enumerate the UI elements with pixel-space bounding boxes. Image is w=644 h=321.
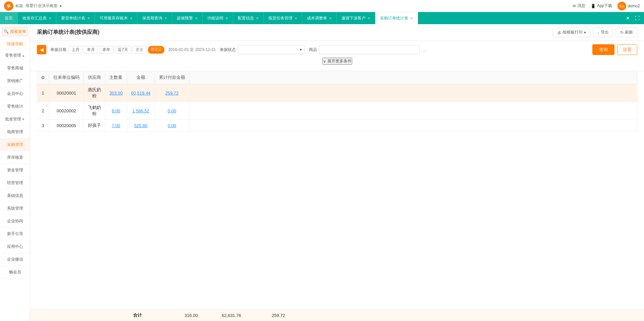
app-download-button[interactable]: 📱 App下载: [591, 3, 612, 9]
sidebar-item-batch[interactable]: 批发管理 ▼: [0, 113, 30, 126]
search-icon: 🔍: [4, 29, 9, 34]
sidebar-item-basic[interactable]: 基础信息: [0, 190, 30, 202]
user-profile[interactable]: Ea demo2: [618, 2, 640, 10]
row-quantity[interactable]: 7.00: [105, 120, 127, 131]
tab-purchase-summary[interactable]: 要货单统计表 ✕: [56, 12, 95, 24]
sidebar-item-marketing[interactable]: 营销推广: [0, 75, 30, 88]
row-amount[interactable]: 1,586.52: [127, 102, 155, 120]
date-last-month[interactable]: 上月: [68, 46, 83, 54]
paid-link[interactable]: 259.72: [165, 91, 179, 96]
filter-goods-item: 商品 ...: [309, 45, 427, 54]
tab-cost-adjust[interactable]: 成本调整单 ✕: [302, 12, 337, 24]
top-bar: 畅 标题 母婴行业演示账套 ▾ ✉ 消息 📱 App下载 Ea demo2: [0, 0, 644, 12]
sidebar-item-member-label: 会员中心: [7, 91, 23, 97]
goods-filter-more-icon[interactable]: ...: [422, 46, 427, 53]
goods-filter-input[interactable]: [319, 45, 420, 54]
footer-paid: 259.72: [252, 313, 305, 318]
paid-link[interactable]: 0.00: [168, 123, 176, 128]
expand-more-label: 展开更多条件: [327, 58, 352, 64]
row-code: 00020005: [49, 120, 84, 131]
date-more[interactable]: 更多: [132, 46, 147, 54]
date-7days[interactable]: 近7天: [115, 46, 131, 54]
sidebar-item-appstore[interactable]: 应用中心: [0, 240, 30, 253]
sidebar-item-operation[interactable]: 经营管理: [0, 177, 30, 190]
sidebar-item-purchase[interactable]: 采购管理: [0, 139, 30, 151]
quick-nav-button[interactable]: 快捷导航: [0, 39, 30, 49]
chevron-down-icon-batch: ▼: [22, 117, 25, 121]
search-menu-button[interactable]: 🔍 搜索菜单: [2, 27, 28, 36]
tab-picking-task[interactable]: 拣货任务管理 ✕: [264, 12, 302, 24]
quick-nav-label: 快捷导航: [7, 41, 23, 47]
tab-overstock[interactable]: 超储预警 ✕: [172, 12, 203, 24]
workspace-selector[interactable]: 母婴行业演示账套 ▾: [25, 3, 62, 9]
tab-overstock-close[interactable]: ✕: [195, 16, 198, 20]
date-this-year[interactable]: 本年: [99, 46, 113, 54]
row-quantity[interactable]: 303.00: [105, 84, 127, 102]
collapse-filter-button[interactable]: ◀: [37, 45, 46, 54]
tab-config-info[interactable]: 配置信息 ✕: [233, 12, 264, 24]
tab-cost-adjust-close[interactable]: ✕: [329, 16, 332, 20]
status-filter-select[interactable]: ▾: [238, 45, 305, 54]
expand-more-button[interactable]: ∨ 展开更多条件: [322, 58, 352, 65]
tab-picking-task-label: 拣货任务管理: [268, 15, 292, 21]
row-paid[interactable]: 259.72: [155, 84, 189, 102]
tab-available-stock[interactable]: 可用量库存账本 ✕: [95, 12, 138, 24]
row-amount[interactable]: 525.80: [127, 120, 155, 131]
amount-link[interactable]: 1,586.52: [132, 108, 149, 113]
export-button[interactable]: ↓ 导出: [593, 28, 613, 37]
date-this-month[interactable]: 本月: [84, 46, 98, 54]
sidebar-item-member[interactable]: 会员中心: [0, 88, 30, 100]
sidebar-item-enterprise[interactable]: 企业协同: [0, 215, 30, 228]
sidebar-item-system[interactable]: 系统管理: [0, 202, 30, 215]
user-avatar: Ea: [618, 2, 626, 10]
row-paid[interactable]: 0.00: [155, 102, 189, 120]
sidebar-item-retail[interactable]: 零售管理 ▲: [0, 49, 30, 62]
tab-config-info-close[interactable]: ✕: [256, 16, 259, 20]
tab-picking-task-close[interactable]: ✕: [294, 16, 297, 20]
tab-purchase-summary-close[interactable]: ✕: [87, 16, 90, 20]
amount-link[interactable]: 525.80: [134, 123, 148, 128]
row-amount[interactable]: 60,519.44: [127, 84, 155, 102]
sidebar-item-finance[interactable]: 资金管理: [0, 164, 30, 177]
tab-receive-summary-label: 收发存汇总表: [22, 15, 47, 21]
tab-function-desc[interactable]: 功能说明 ✕: [203, 12, 233, 24]
sidebar-item-retail-mall[interactable]: 零售商城: [0, 62, 30, 75]
maximize-button[interactable]: ⛶: [633, 14, 641, 22]
close-all-tabs-button[interactable]: ✕: [624, 14, 632, 22]
tab-invite-customer[interactable]: 邀请下游客户 ✕: [337, 12, 375, 24]
tab-expiry-query-close[interactable]: ✕: [164, 16, 167, 20]
query-button[interactable]: 查询: [592, 44, 614, 55]
filter-settings-button[interactable]: 设置: [617, 44, 637, 55]
sidebar-item-marketing-label: 营销推广: [7, 78, 23, 84]
sidebar-item-wechat[interactable]: 企业微信: [0, 253, 30, 266]
tab-receive-summary-close[interactable]: ✕: [49, 16, 51, 20]
quantity-link[interactable]: 7.00: [112, 123, 120, 128]
tab-purchase-order-summary[interactable]: 采购订单统计表 ✕: [375, 12, 418, 24]
sidebar-item-vip[interactable]: 畅会员: [0, 266, 30, 279]
th-settings[interactable]: ⚙: [37, 71, 49, 84]
sidebar-item-wechat-label: 企业微信: [7, 257, 23, 262]
sidebar-item-stock[interactable]: 库存核算: [0, 151, 30, 164]
refresh-button[interactable]: ↻ 刷新: [616, 28, 637, 37]
row-no: 2: [37, 102, 49, 120]
tab-available-stock-close[interactable]: ✕: [130, 16, 132, 20]
tab-purchase-order-summary-close[interactable]: ✕: [410, 16, 413, 20]
amount-link[interactable]: 60,519.44: [131, 91, 151, 96]
print-button[interactable]: 🖨 按模板打印 ▾: [553, 28, 590, 37]
quantity-link[interactable]: 303.00: [109, 91, 123, 96]
row-quantity[interactable]: 6.00: [105, 102, 127, 120]
paid-link[interactable]: 0.00: [168, 108, 176, 113]
tab-home[interactable]: 首页: [0, 12, 18, 24]
sidebar-item-ecommerce[interactable]: 电商管理: [0, 126, 30, 139]
tab-receive-summary[interactable]: 收发存汇总表 ✕: [18, 12, 56, 24]
content-area: 采购订单统计表(按供应商) 🖨 按模板打印 ▾ ↓ 导出 ↻ 刷新: [30, 24, 644, 321]
message-button[interactable]: ✉ 消息: [573, 3, 585, 9]
tab-invite-customer-close[interactable]: ✕: [368, 16, 370, 20]
sidebar-item-retail-stat[interactable]: 零售统计: [0, 100, 30, 113]
row-paid[interactable]: 0.00: [155, 120, 189, 131]
tab-expiry-query[interactable]: 保质期查询 ✕: [138, 12, 172, 24]
tab-function-desc-close[interactable]: ✕: [225, 16, 228, 20]
footer-amount: 62,631.76: [211, 313, 252, 318]
quantity-link[interactable]: 6.00: [112, 108, 120, 113]
sidebar-item-newbie[interactable]: 新手引导: [0, 228, 30, 240]
